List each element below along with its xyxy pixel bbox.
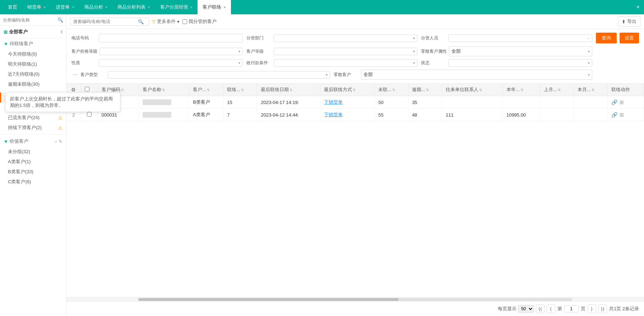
nav-home[interactable]: 首页	[3, 0, 22, 14]
sort-ctype[interactable]: 客户... ⇅	[193, 86, 219, 93]
person-select[interactable]: ···	[448, 34, 592, 42]
nav-analysis-list[interactable]: 商品分析列表 ×	[112, 0, 155, 14]
sidebar-pending-section[interactable]: ▼ 待联络客户	[0, 38, 66, 49]
nav-analysis[interactable]: 商品分析 ×	[79, 0, 112, 14]
nav-customer-contact[interactable]: 客户联络 ×	[198, 0, 231, 14]
th-contacts[interactable]: 往来单位联系人 ⇅	[442, 84, 503, 96]
th-uncontacted[interactable]: 未联... ⇅	[375, 84, 408, 96]
th-this-year[interactable]: 本年... ⇅	[502, 84, 540, 96]
dept-select[interactable]: ▾	[274, 34, 418, 42]
link-action-icon-2[interactable]: 🔗	[611, 112, 617, 118]
nav-analysis-close[interactable]: ×	[105, 5, 107, 9]
sidebar-item-class-a[interactable]: A类客户(1)	[0, 157, 66, 167]
last-page-btn[interactable]: ⟩⟩	[598, 305, 607, 313]
sort-contacts[interactable]: 往来单位联系人 ⇅	[446, 86, 499, 93]
nav-sales-close[interactable]: ×	[43, 5, 46, 9]
th-this-month[interactable]: 本月... ⇅	[574, 84, 607, 96]
first-page-btn[interactable]: ⟨⟨	[536, 305, 545, 313]
sidebar-item-ungrouped[interactable]: 未分组(32)	[0, 147, 66, 157]
nav-customer-contact-close[interactable]: ×	[223, 5, 226, 9]
th-customer-type[interactable]: 客户... ⇅	[189, 84, 223, 96]
horizontal-scrollbar[interactable]	[66, 297, 644, 301]
grid-action-icon-1[interactable]: ⊞	[620, 99, 624, 105]
sort-last-method[interactable]: 最后联络方式 ⇅	[324, 86, 371, 93]
settings-icon[interactable]: ⚙	[71, 87, 76, 93]
th-overdue[interactable]: 逾期... ⇅	[408, 84, 442, 96]
sort-uncontacted[interactable]: 未联... ⇅	[378, 86, 404, 93]
close-all-tabs[interactable]: ×	[636, 4, 640, 10]
customer-type-select[interactable]: ▾	[108, 71, 330, 79]
th-last-month[interactable]: 上月... ⇅	[540, 84, 574, 96]
sort-icon-overdue: ⇅	[426, 88, 429, 92]
payment-select[interactable]: ▾	[274, 59, 418, 67]
sidebar-search-icon[interactable]: 🔍	[57, 17, 63, 23]
next-page-btn[interactable]: ⟩	[588, 305, 596, 313]
td-this-month-1	[574, 96, 607, 109]
sidebar-item-class-c[interactable]: C类客户(6)	[0, 177, 66, 187]
sort-contact[interactable]: 联络... ⇅	[227, 86, 253, 93]
nav-customer-tier[interactable]: 客户分层经营 ×	[155, 0, 198, 14]
settings-button[interactable]: 设置	[620, 33, 639, 43]
sort-icon-this-month: ⇅	[592, 88, 594, 92]
query-button[interactable]: 查询	[596, 33, 617, 43]
sort-last-month[interactable]: 上月... ⇅	[544, 86, 570, 93]
prev-page-btn[interactable]: ⟨	[547, 305, 555, 313]
retail-customer-select[interactable]: 全部 ▾	[361, 70, 592, 80]
sort-code[interactable]: 客户编码 ⇅	[102, 86, 135, 93]
phone-input[interactable]	[99, 34, 243, 42]
action-icons-2: 🔗 ⊞	[611, 112, 640, 118]
sidebar-item-declining[interactable]: 持续下滑客户(2) ⚠	[0, 123, 66, 133]
sort-last-date[interactable]: 最后联络日期 ⇅	[261, 86, 316, 93]
nav-purchase-close[interactable]: ×	[72, 5, 74, 9]
customer-grade-select[interactable]: ▾	[274, 48, 418, 55]
search-icon[interactable]: 🔍	[138, 19, 144, 24]
gender-select[interactable]: ▾	[99, 59, 243, 67]
sidebar-all-customers[interactable]: ⊞ 全部客户 《	[0, 26, 66, 38]
filter-expand-dots[interactable]: ···	[73, 71, 78, 78]
sidebar-item-7days[interactable]: 近7天待联络(0)	[0, 69, 66, 79]
sort-icon-last-method: ⇅	[353, 88, 356, 92]
row-checkbox-2[interactable]	[87, 112, 92, 117]
th-last-date[interactable]: 最后联络日期 ⇅	[257, 84, 320, 96]
td-last-method-2[interactable]: 下销货单	[320, 109, 375, 121]
link-action-icon-1[interactable]: 🔗	[611, 99, 617, 105]
price-grade-select[interactable]: ▾	[99, 48, 243, 55]
th-contact-count[interactable]: 联络... ⇅	[223, 84, 257, 96]
page-number-input[interactable]	[564, 305, 579, 312]
more-conditions-btn[interactable]: ▽ 更多条件 ▾	[152, 18, 180, 25]
sidebar-search-input[interactable]	[3, 18, 57, 23]
retail-attr-select[interactable]: 全部 ▾	[449, 46, 592, 56]
sidebar-item-overdue[interactable]: 逾期未联络(30)	[0, 79, 66, 89]
export-button[interactable]: ⬆ 导出	[618, 16, 640, 27]
value-edit-icons[interactable]: ○ ✎	[54, 139, 62, 144]
td-last-method-1[interactable]: 下销货单	[320, 96, 375, 109]
nav-analysis-list-close[interactable]: ×	[148, 5, 150, 9]
customer-table: ⚙ 客户编码 ⇅ 客户名称	[66, 84, 644, 121]
th-last-method[interactable]: 最后联络方式 ⇅	[320, 84, 375, 96]
nav-customer-tier-close[interactable]: ×	[190, 5, 193, 9]
sidebar-value-section[interactable]: ▼ 价值客户 ○ ✎	[0, 136, 66, 147]
sidebar-item-class-b[interactable]: B类客户(33)	[0, 167, 66, 177]
status-select[interactable]: ▾	[448, 59, 592, 67]
select-all-checkbox[interactable]	[85, 87, 89, 91]
sidebar-collapse-btn[interactable]: 《	[59, 29, 62, 35]
nav-sales[interactable]: 销货单 ×	[22, 0, 51, 14]
nav-purchase[interactable]: 进货单 ×	[51, 0, 79, 14]
sidebar-item-today[interactable]: 今天待联络(0)	[0, 49, 66, 59]
sort-name[interactable]: 客户名称 ⇅	[143, 86, 185, 93]
sidebar-item-lost[interactable]: 已流失客户(24) ⚠	[0, 113, 66, 123]
th-name[interactable]: 客户名称 ⇅	[139, 84, 189, 96]
scroll-thumb[interactable]	[138, 298, 399, 301]
sidebar-divider-2	[0, 134, 66, 135]
sort-this-year[interactable]: 本年... ⇅	[506, 86, 536, 93]
sort-icon-last-date: ⇅	[289, 88, 292, 92]
grid-action-icon-2[interactable]: ⊞	[620, 112, 624, 118]
td-last-month-2	[540, 109, 574, 121]
my-customers-checkbox[interactable]	[182, 19, 187, 24]
sort-this-month[interactable]: 本月... ⇅	[578, 86, 604, 93]
main-search-input[interactable]	[73, 19, 138, 24]
sort-icon-code: ⇅	[121, 88, 124, 92]
sort-overdue[interactable]: 逾期... ⇅	[412, 86, 438, 93]
sidebar-item-tomorrow[interactable]: 明天待联络(1)	[0, 59, 66, 69]
per-page-select[interactable]: 50	[518, 305, 534, 313]
